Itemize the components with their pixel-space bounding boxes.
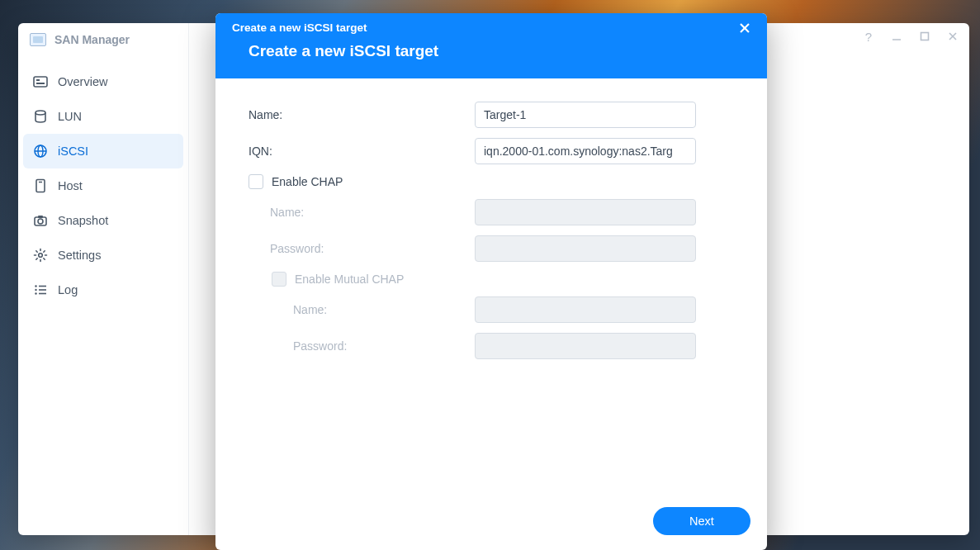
svg-rect-1 [36,79,40,81]
enable-mutual-chap-label: Enable Mutual CHAP [295,273,404,286]
modal-title: Create a new iSCSI target [249,42,734,60]
chap-name-label: Name: [249,206,475,219]
app-icon [30,33,46,46]
mutual-name-label: Name: [249,303,475,316]
svg-point-13 [35,285,36,287]
mutual-name-row: Name: [249,296,734,323]
sidebar-item-label: Log [58,283,78,296]
sidebar-item-lun[interactable]: LUN [23,99,183,134]
modal-header: Create a new iSCSI target [215,42,767,78]
chap-name-row: Name: [249,199,734,225]
mutual-name-input [475,296,696,323]
sidebar-item-log[interactable]: Log [23,273,183,307]
svg-point-15 [35,292,36,294]
sidebar-item-label: Settings [58,249,101,262]
next-button[interactable]: Next [653,507,750,535]
sidebar: SAN Manager Overview LUN iSCSI [18,23,189,535]
sidebar-item-label: Host [58,179,83,192]
minimize-button[interactable] [888,28,905,45]
svg-rect-0 [34,77,47,87]
maximize-button[interactable] [916,28,933,45]
enable-chap-checkbox[interactable] [249,174,263,189]
chap-password-label: Password: [249,242,475,255]
mutual-password-row: Password: [249,333,734,359]
sidebar-item-label: LUN [58,110,82,123]
sidebar-item-iscsi[interactable]: iSCSI [23,134,183,168]
target-name-input[interactable] [475,102,696,128]
svg-point-10 [38,219,43,224]
modal-breadcrumb: Create a new iSCSI target [232,21,367,34]
enable-mutual-chap-row: Enable Mutual CHAP [272,272,734,287]
camera-icon [33,213,48,228]
iqn-row: IQN: [249,138,734,164]
sidebar-item-settings[interactable]: Settings [23,238,183,273]
iqn-label: IQN: [249,145,475,158]
iqn-input[interactable] [475,138,696,164]
target-name-row: Name: [249,102,734,128]
dashboard-icon [33,74,48,89]
help-button[interactable]: ? [860,28,877,45]
close-window-button[interactable] [944,28,961,45]
sidebar-item-label: iSCSI [58,145,88,158]
svg-rect-20 [921,33,929,40]
list-icon [33,282,48,297]
mutual-password-label: Password: [249,339,475,353]
modal-breadcrumb-bar: Create a new iSCSI target [215,13,767,42]
enable-mutual-chap-checkbox [272,272,286,287]
sidebar-item-snapshot[interactable]: Snapshot [23,203,183,238]
sidebar-item-label: Overview [58,75,107,88]
app-title: SAN Manager [54,33,130,46]
modal-footer: Next [215,495,767,550]
svg-rect-7 [36,180,45,192]
svg-point-14 [35,289,36,291]
svg-point-12 [39,254,43,258]
chap-password-input [475,235,696,262]
gear-icon [33,248,48,263]
create-iscsi-target-modal: Create a new iSCSI target Create a new i… [215,13,767,550]
sidebar-item-label: Snapshot [58,214,108,227]
enable-chap-label[interactable]: Enable CHAP [272,175,343,188]
device-icon [33,178,48,193]
target-name-label: Name: [249,108,475,121]
svg-point-3 [36,111,45,115]
database-icon [33,109,48,124]
modal-close-button[interactable] [739,22,750,34]
mutual-password-input [475,333,696,359]
chap-name-input [475,199,696,225]
globe-icon [33,144,48,159]
enable-chap-row: Enable CHAP [249,174,734,189]
svg-rect-11 [38,216,43,218]
chap-password-row: Password: [249,235,734,262]
svg-rect-2 [36,83,45,84]
window-controls: ? [860,28,961,45]
modal-body: Name: IQN: Enable CHAP Name: Password: E… [215,78,767,495]
titlebar: SAN Manager [18,23,188,56]
sidebar-item-overview[interactable]: Overview [23,64,183,99]
sidebar-item-host[interactable]: Host [23,168,183,203]
sidebar-nav: Overview LUN iSCSI Host [18,56,188,315]
